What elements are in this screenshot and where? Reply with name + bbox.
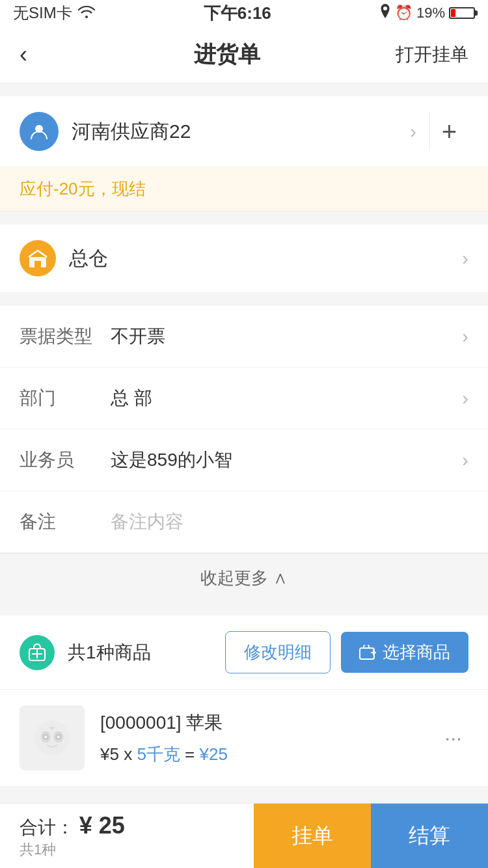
total-section: 合计： ¥ 25 共1种 [0,812,254,860]
select-product-label: 选择商品 [383,641,450,664]
sales-rep-label: 业务员 [20,448,104,472]
battery-icon [449,7,475,19]
wifi-icon [77,4,96,22]
total-count: 共1种 [20,840,234,860]
remark-placeholder[interactable]: 备注内容 [104,509,468,534]
divider-form [0,293,488,306]
chevron-right-sales-icon: › [462,449,468,471]
supplier-row[interactable]: 河南供应商22 › + [0,96,488,167]
back-button[interactable]: ‹ [20,41,59,68]
product-section: 共1种商品 修改明细 选择商品 [0,616,488,787]
chevron-right-invoice-icon: › [462,325,468,347]
alarm-icon: ⏰ [395,5,413,21]
remark-row[interactable]: 备注 备注内容 [0,491,488,553]
carrier-text: 无SIM卡 [13,3,72,23]
product-count-icon [20,635,55,670]
sales-rep-value: 这是859的小智 [104,448,462,472]
collapse-bar[interactable]: 收起更多 ∧ [0,553,488,603]
product-more-button[interactable]: ··· [438,720,468,757]
product-equals: = [185,744,199,764]
svg-rect-2 [34,261,41,267]
divider-product [0,603,488,616]
product-id: [0000001] [100,712,182,733]
status-bar: 无SIM卡 下午6:16 ⏰ 19% [0,0,488,26]
product-name: [0000001] 苹果 [100,711,438,735]
divider-top [0,83,488,96]
open-hang-button[interactable]: 打开挂单 [396,42,468,67]
battery-text: 19% [416,5,445,21]
department-label: 部门 [20,386,104,411]
department-value: 总 部 [104,386,462,411]
total-amount: ¥ 25 [79,812,125,839]
chevron-right-warehouse-icon: › [462,247,468,269]
product-item: [0000001] 苹果 ¥5 x 5千克 = ¥25 ··· [0,690,488,787]
supplier-section: 河南供应商22 › + 应付-20元，现结 [0,96,488,211]
checkout-button[interactable]: 结算 [371,804,488,869]
payment-notice: 应付-20元，现结 [0,167,488,211]
chevron-right-department-icon: › [462,387,468,409]
product-count-text: 共1种商品 [68,640,225,665]
product-multiply: x [124,744,137,764]
page-title: 进货单 [194,40,260,70]
total-row: 合计： ¥ 25 [20,812,234,840]
status-right: ⏰ 19% [379,4,475,22]
form-section: 票据类型 不开票 › 部门 总 部 › 业务员 这是859的小智 › 备注 备注… [0,306,488,553]
product-thumbnail [20,705,85,770]
warehouse-name: 总仓 [69,245,462,272]
product-header: 共1种商品 修改明细 选择商品 [0,616,488,690]
product-info: [0000001] 苹果 ¥5 x 5千克 = ¥25 [100,711,438,766]
bottom-bar: 合计： ¥ 25 共1种 挂单 结算 [0,803,488,868]
svg-rect-4 [360,648,374,659]
chevron-right-icon: › [410,120,416,142]
add-supplier-button[interactable]: + [429,112,468,151]
select-product-button[interactable]: 选择商品 [341,632,468,673]
sales-rep-row[interactable]: 业务员 这是859的小智 › [0,429,488,491]
status-time: 下午6:16 [204,2,271,25]
invoice-type-label: 票据类型 [20,324,104,349]
remark-label: 备注 [20,509,104,534]
supplier-name: 河南供应商22 [72,118,410,145]
warehouse-icon [20,240,56,277]
total-label: 合计： [20,817,74,837]
svg-point-10 [44,735,47,739]
status-left: 无SIM卡 [13,3,96,23]
svg-point-11 [57,735,61,739]
supplier-avatar [20,112,59,151]
hang-button[interactable]: 挂单 [254,804,371,869]
invoice-type-row[interactable]: 票据类型 不开票 › [0,306,488,368]
edit-detail-button[interactable]: 修改明细 [225,631,331,673]
product-price: ¥5 x 5千克 = ¥25 [100,743,438,766]
product-unit-price: ¥5 [100,744,119,764]
product-title: 苹果 [186,712,223,733]
divider-warehouse [0,211,488,224]
svg-point-5 [34,720,70,755]
location-icon [379,4,391,22]
warehouse-row[interactable]: 总仓 › [0,224,488,293]
product-quantity: 5千克 [137,744,180,764]
invoice-type-value: 不开票 [104,324,462,349]
department-row[interactable]: 部门 总 部 › [0,368,488,429]
nav-bar: ‹ 进货单 打开挂单 [0,26,488,83]
product-total: ¥25 [200,744,228,764]
warehouse-section: 总仓 › [0,224,488,293]
